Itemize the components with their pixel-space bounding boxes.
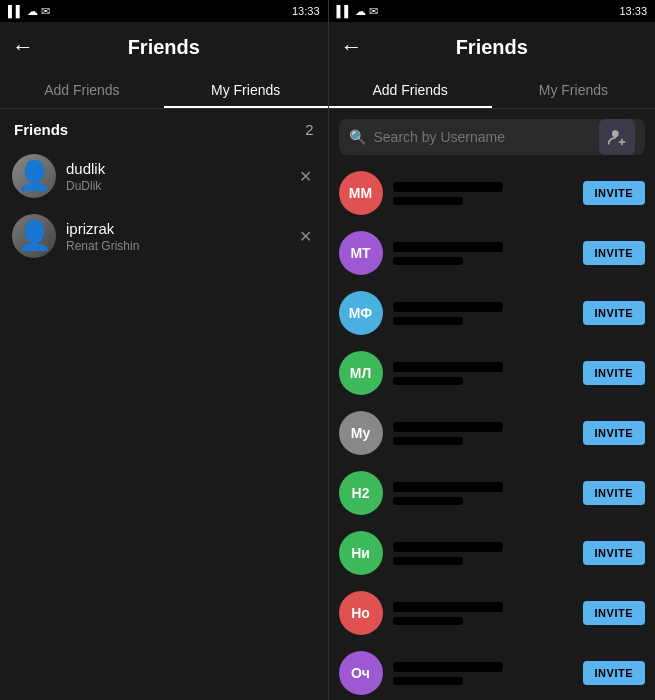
contact-sub-no <box>393 617 463 625</box>
contacts-list: ММ INVITE МТ INVITE МФ INVITE <box>329 163 656 700</box>
contact-sub-my <box>393 437 463 445</box>
contact-info-mt <box>393 242 573 265</box>
right-tab-my-friends[interactable]: My Friends <box>492 72 655 108</box>
remove-iprizrak-button[interactable]: ✕ <box>295 223 316 250</box>
contact-info-no <box>393 602 573 625</box>
friend-info-iprizrak: iprizrak Renat Grishin <box>66 220 285 253</box>
left-tabs: Add Friends My Friends <box>0 72 328 109</box>
contact-name-ml <box>393 362 503 372</box>
contact-info-oc <box>393 662 573 685</box>
contact-name-oc <box>393 662 503 672</box>
contact-name-ni <box>393 542 503 552</box>
contact-item-mt: МТ INVITE <box>329 223 656 283</box>
right-back-button[interactable]: ← <box>341 34 363 60</box>
left-header-title: Friends <box>128 36 200 59</box>
friend-display-iprizrak: Renat Grishin <box>66 239 285 253</box>
right-status-left: ▌▌ ☁ ✉ <box>337 5 379 18</box>
contact-info-mm <box>393 182 573 205</box>
invite-button-mt[interactable]: INVITE <box>583 241 645 265</box>
friend-username-dudlik: dudlik <box>66 160 285 177</box>
contact-item-my: Му INVITE <box>329 403 656 463</box>
right-status-time: 13:33 <box>619 5 647 17</box>
search-icon: 🔍 <box>349 129 366 145</box>
left-tab-my-friends[interactable]: My Friends <box>164 72 328 108</box>
left-status-bar: ▌▌ ☁ ✉ 13:33 <box>0 0 328 22</box>
right-panel: ▌▌ ☁ ✉ 13:33 ← Friends Add Friends My Fr… <box>328 0 656 700</box>
contact-name-my <box>393 422 503 432</box>
contact-info-mf <box>393 302 573 325</box>
contact-sub-ni <box>393 557 463 565</box>
avatar-mf: МФ <box>339 291 383 335</box>
invite-button-n2[interactable]: INVITE <box>583 481 645 505</box>
contact-item-no: Но INVITE <box>329 583 656 643</box>
contact-item-n2: Н2 INVITE <box>329 463 656 523</box>
avatar-iprizrak: 👤 <box>12 214 56 258</box>
contact-name-mf <box>393 302 503 312</box>
invite-button-mm[interactable]: INVITE <box>583 181 645 205</box>
right-status-bar: ▌▌ ☁ ✉ 13:33 <box>329 0 656 22</box>
search-contact-button[interactable] <box>599 119 635 155</box>
avatar-dudlik: 👤 <box>12 154 56 198</box>
contact-sub-mt <box>393 257 463 265</box>
contact-sub-mm <box>393 197 463 205</box>
avatar-no: Но <box>339 591 383 635</box>
right-tabs: Add Friends My Friends <box>329 72 656 109</box>
invite-button-ni[interactable]: INVITE <box>583 541 645 565</box>
invite-button-mf[interactable]: INVITE <box>583 301 645 325</box>
contact-name-n2 <box>393 482 503 492</box>
contact-name-mt <box>393 242 503 252</box>
left-section-label: Friends <box>14 121 68 138</box>
friend-display-dudlik: DuDlik <box>66 179 285 193</box>
contact-item-mm: ММ INVITE <box>329 163 656 223</box>
left-section-count: 2 <box>305 121 313 138</box>
invite-button-ml[interactable]: INVITE <box>583 361 645 385</box>
contact-name-no <box>393 602 503 612</box>
contact-sub-mf <box>393 317 463 325</box>
avatar-ni: Ни <box>339 531 383 575</box>
invite-button-oc[interactable]: INVITE <box>583 661 645 685</box>
contact-info-ni <box>393 542 573 565</box>
right-header-title: Friends <box>456 36 528 59</box>
friend-info-dudlik: dudlik DuDlik <box>66 160 285 193</box>
svg-point-0 <box>612 130 619 137</box>
right-tab-add-friends[interactable]: Add Friends <box>329 72 492 108</box>
contact-name-mm <box>393 182 503 192</box>
avatar-iprizrak-face: 👤 <box>17 222 52 250</box>
left-status-time: 13:33 <box>292 5 320 17</box>
contact-sub-ml <box>393 377 463 385</box>
friend-item-dudlik: 👤 dudlik DuDlik ✕ <box>0 146 328 206</box>
search-input[interactable] <box>374 119 592 155</box>
avatar-mm: ММ <box>339 171 383 215</box>
contact-item-ml: МЛ INVITE <box>329 343 656 403</box>
left-panel: ▌▌ ☁ ✉ 13:33 ← Friends Add Friends My Fr… <box>0 0 328 700</box>
contact-info-my <box>393 422 573 445</box>
contact-item-mf: МФ INVITE <box>329 283 656 343</box>
invite-button-no[interactable]: INVITE <box>583 601 645 625</box>
avatar-n2: Н2 <box>339 471 383 515</box>
invite-button-my[interactable]: INVITE <box>583 421 645 445</box>
contact-sub-n2 <box>393 497 463 505</box>
avatar-oc: Оч <box>339 651 383 695</box>
left-status-left: ▌▌ ☁ ✉ <box>8 5 50 18</box>
search-bar: 🔍 <box>339 119 646 155</box>
contact-sub-oc <box>393 677 463 685</box>
add-contact-icon <box>607 127 627 147</box>
left-header: ← Friends <box>0 22 328 72</box>
contact-info-n2 <box>393 482 573 505</box>
friend-username-iprizrak: iprizrak <box>66 220 285 237</box>
right-header: ← Friends <box>329 22 656 72</box>
left-section-header: Friends 2 <box>0 109 328 146</box>
contact-info-ml <box>393 362 573 385</box>
contact-item-ni: Ни INVITE <box>329 523 656 583</box>
avatar-dudlik-face: 👤 <box>17 162 52 190</box>
avatar-my: Му <box>339 411 383 455</box>
contact-item-oc: Оч INVITE <box>329 643 656 700</box>
avatar-ml: МЛ <box>339 351 383 395</box>
remove-dudlik-button[interactable]: ✕ <box>295 163 316 190</box>
avatar-mt: МТ <box>339 231 383 275</box>
left-tab-add-friends[interactable]: Add Friends <box>0 72 164 108</box>
left-back-button[interactable]: ← <box>12 34 34 60</box>
friend-item-iprizrak: 👤 iprizrak Renat Grishin ✕ <box>0 206 328 266</box>
